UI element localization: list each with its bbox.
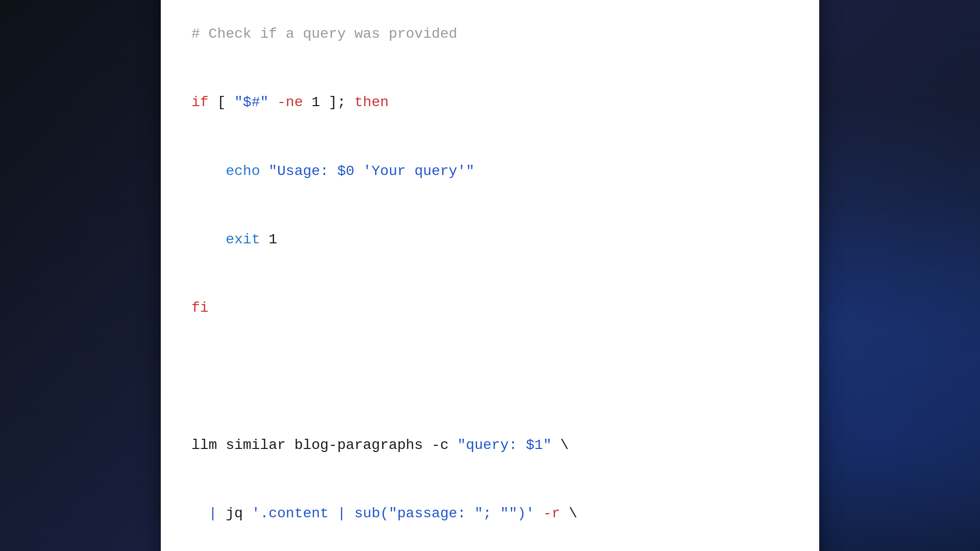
if-bracket: [: [209, 94, 234, 110]
keyword-then: then: [346, 94, 388, 110]
llm-backslash1: \: [552, 437, 569, 453]
line-llm1: llm similar blog-paragraphs -c "query: $…: [191, 434, 789, 457]
llm-cmd: llm similar blog-paragraphs -c: [191, 437, 457, 453]
line-comment: # Check if a query was provided: [191, 23, 789, 46]
line-jq: | jq '.content | sub("passage: "; "")' -…: [191, 503, 789, 525]
if-num: 1 ];: [311, 94, 346, 110]
jq-indent: [191, 506, 209, 521]
jq-filter: '.content | sub("passage: "; "")': [252, 506, 535, 521]
llm-query-string: "query: $1": [457, 437, 552, 453]
jq-backslash: \: [560, 506, 578, 521]
line-if: if [ "$#" -ne 1 ]; then: [191, 91, 789, 114]
pipe-char1: |: [209, 506, 226, 521]
keyword-if: if: [191, 94, 209, 110]
line-echo: echo "Usage: $0 'Your query'": [191, 160, 789, 183]
echo-string: "Usage: $0 'Your query'": [260, 163, 474, 179]
fi-keyword: fi: [191, 300, 209, 316]
echo-builtin: echo: [226, 163, 260, 179]
jq-r-flag: -r: [534, 506, 560, 521]
comment-text: # Check if a query was provided: [191, 26, 457, 42]
code-panel: #!/bin/bash # Check if a query was provi…: [161, 0, 819, 551]
exit-num: 1: [260, 232, 277, 247]
if-var: "$#": [234, 94, 268, 110]
exit-builtin: exit: [226, 232, 260, 247]
exit-indent: [191, 232, 226, 247]
code-block: #!/bin/bash # Check if a query was provi…: [191, 0, 789, 551]
line-exit: exit 1: [191, 229, 789, 252]
jq-cmd: jq: [226, 506, 251, 521]
echo-indent: [191, 163, 226, 179]
spacer-2: [191, 366, 789, 389]
if-ne: -ne: [268, 94, 311, 110]
line-fi: fi: [191, 297, 789, 320]
